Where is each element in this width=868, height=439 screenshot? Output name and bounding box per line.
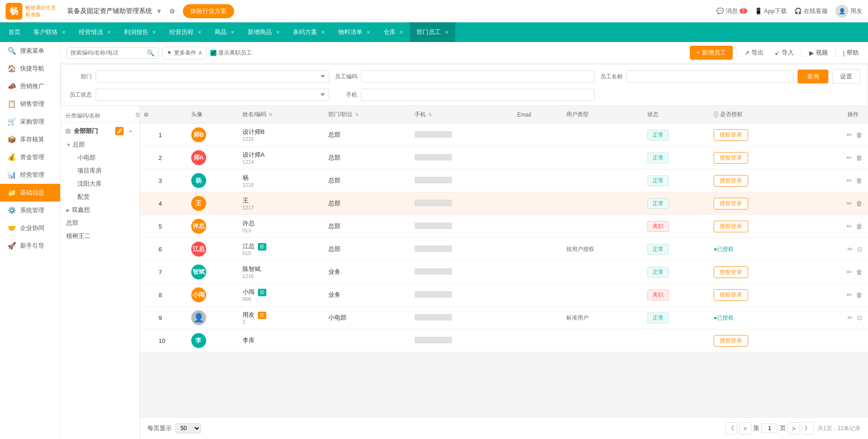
more-filters-button[interactable]: ▼ 更多条件 ∧ — [162, 47, 207, 59]
dept-node-shenyang[interactable]: 沈阳大库 — [68, 177, 139, 190]
tab-home[interactable]: 首页 — [2, 22, 27, 42]
tab-newgoods[interactable]: 新增商品 ✕ — [241, 22, 286, 42]
tab-warehouse[interactable]: 仓库 ✕ — [377, 22, 410, 42]
first-page-button[interactable]: 《 — [725, 422, 737, 434]
tab-material[interactable]: 物料清单 ✕ — [332, 22, 377, 42]
sidebar-item-system[interactable]: ⚙️ 系统管理 — [0, 202, 60, 219]
try-industry-button[interactable]: 体验行业方案 — [183, 4, 234, 18]
auth-btn-2[interactable]: 授权登录 — [714, 152, 748, 164]
tab-economy[interactable]: 经营情况 ✕ — [72, 22, 118, 42]
sidebar-item-sales[interactable]: 📋 销售管理 — [0, 95, 60, 113]
edit-btn-4[interactable]: ✏ — [845, 199, 854, 208]
close-profit-icon[interactable]: ✕ — [152, 29, 156, 35]
edit-btn-6[interactable]: ✏ — [846, 244, 855, 254]
auth-btn-8[interactable]: 授权登录 — [714, 289, 748, 301]
auth-btn-7[interactable]: 授权登录 — [714, 266, 748, 278]
edit-btn-5[interactable]: ✏ — [845, 222, 854, 231]
tab-process[interactable]: 经营历程 ✕ — [163, 22, 208, 42]
query-button[interactable]: 查询 — [798, 70, 828, 84]
th-name[interactable]: 姓名/编码 ⇅ — [239, 106, 325, 124]
last-page-button[interactable]: 》 — [802, 422, 814, 434]
search-input[interactable] — [70, 49, 145, 56]
edit-btn-3[interactable]: ✏ — [845, 176, 854, 185]
edit-btn-8[interactable]: ✏ — [845, 290, 854, 300]
delete-btn-1[interactable]: 🗑 — [854, 130, 864, 139]
dept-node-zonghq[interactable]: ▼ 总部 — [61, 138, 139, 151]
title-dropdown-icon[interactable]: ▼ — [156, 7, 162, 15]
delete-btn-2[interactable]: 🗑 — [854, 153, 864, 162]
messages-button[interactable]: 💬 消息 6 — [716, 7, 747, 15]
dept-chevron-button[interactable]: « — [126, 127, 135, 135]
delete-btn-3[interactable]: 🗑 — [854, 176, 864, 185]
sidebar-item-purchase[interactable]: 🛒 采购管理 — [0, 113, 60, 131]
sidebar-item-operation[interactable]: 📊 经营管理 — [0, 166, 60, 184]
show-resigned-checkbox[interactable] — [210, 50, 216, 56]
edit-btn-7[interactable]: ✏ — [845, 267, 854, 277]
dept-node-shuangxin[interactable]: ▶ 双鑫想 — [61, 203, 139, 216]
set-button[interactable]: 设置 — [832, 69, 860, 84]
delete-btn-4[interactable]: 🗑 — [854, 199, 864, 208]
dept-search-input[interactable] — [65, 112, 135, 119]
dept-all-label[interactable]: 全部部门 — [74, 127, 98, 135]
sidebar-item-finance[interactable]: 💰 资金管理 — [0, 148, 60, 166]
auth-btn-10[interactable]: 授权登录 — [714, 335, 748, 347]
th-settings[interactable]: ⚙ — [140, 106, 155, 124]
dept-select[interactable] — [96, 70, 329, 83]
dept-node-peihuo[interactable]: 配货 — [68, 190, 139, 203]
page-input[interactable] — [761, 424, 778, 433]
tab-customer[interactable]: 客户联络 ✕ — [27, 22, 72, 42]
edit-btn-2[interactable]: ✏ — [845, 153, 854, 162]
next-page-button[interactable]: > — [788, 422, 800, 434]
video-button[interactable]: ▶ 视频 — [806, 47, 832, 59]
export-button[interactable]: ↗ 导出 — [741, 47, 767, 59]
close-goods-icon[interactable]: ✕ — [230, 29, 235, 35]
edit-btn-9[interactable]: ✏ — [846, 313, 855, 322]
phone-input[interactable] — [361, 89, 595, 101]
dept-node-tucao[interactable]: 植树王二 — [61, 230, 139, 243]
close-material-icon[interactable]: ✕ — [366, 29, 370, 35]
sidebar-item-stock[interactable]: 📦 库存核算 — [0, 131, 60, 148]
sidebar-item-collab[interactable]: 🤝 企业协同 — [0, 219, 60, 237]
th-phone[interactable]: 手机 ⇅ — [411, 106, 514, 124]
per-page-select[interactable]: 50 20 100 — [175, 423, 201, 433]
show-resigned-toggle[interactable]: 显示离职员工 — [210, 49, 252, 57]
delete-btn-7[interactable]: 🗑 — [854, 267, 864, 277]
dept-node-zongbu[interactable]: 总部 — [61, 216, 139, 230]
sidebar-item-marketing[interactable]: 📣 营销推广 — [0, 77, 60, 95]
empcode-input[interactable] — [361, 70, 595, 83]
gear-button[interactable]: ⚙ — [166, 5, 179, 18]
copy-btn-9[interactable]: ⊙ — [855, 313, 864, 322]
app-download-button[interactable]: 📱 App下载 — [755, 7, 787, 15]
sidebar-item-quicknav[interactable]: 🏠 快捷导航 — [0, 60, 60, 77]
dept-node-xiangmu[interactable]: 项目库房 — [68, 164, 139, 177]
close-newgoods-icon[interactable]: ✕ — [276, 29, 280, 35]
close-warehouse-icon[interactable]: ✕ — [399, 29, 403, 35]
online-service-button[interactable]: 🎧 在线客服 — [794, 7, 828, 15]
sidebar-item-basic[interactable]: 📁 基础信息 — [0, 184, 60, 202]
auth-btn-3[interactable]: 授权登录 — [714, 175, 748, 187]
tab-profit[interactable]: 利润报告 ✕ — [118, 22, 163, 42]
th-dept[interactable]: 部门/职位 ⇅ — [325, 106, 411, 124]
close-process-icon[interactable]: ✕ — [197, 29, 201, 35]
auth-btn-1[interactable]: 授权登录 — [714, 129, 748, 141]
close-economy-icon[interactable]: ✕ — [107, 29, 111, 35]
prev-page-button[interactable]: < — [739, 422, 751, 434]
auth-btn-4[interactable]: 授权登录 — [714, 198, 748, 209]
import-button[interactable]: ↙ 导入 — [771, 47, 798, 59]
delete-btn-5[interactable]: 🗑 — [854, 222, 864, 231]
close-dept-icon[interactable]: ✕ — [444, 29, 449, 35]
add-employee-button[interactable]: + 新增员工 — [690, 46, 732, 60]
edit-btn-1[interactable]: ✏ — [845, 130, 854, 139]
dept-collapse-button[interactable]: 🖊 — [115, 127, 124, 135]
user-menu[interactable]: 👤 用友 — [835, 5, 862, 18]
sidebar-item-guide[interactable]: 🚀 新手引导 — [0, 237, 60, 255]
help-button[interactable]: | 帮助 — [840, 47, 862, 59]
dept-node-xiaodian[interactable]: 小电部 — [68, 151, 139, 164]
delete-btn-8[interactable]: 🗑 — [854, 290, 864, 300]
sidebar-item-search[interactable]: 🔍 搜索菜单 — [0, 42, 60, 60]
empname-input[interactable] — [626, 70, 794, 83]
tab-goods[interactable]: 商品 ✕ — [208, 22, 241, 42]
auth-btn-5[interactable]: 授权登录 — [714, 221, 748, 232]
tab-dept[interactable]: 部门员工 ✕ — [410, 22, 455, 42]
tab-barcode[interactable]: 条码方案 ✕ — [286, 22, 332, 42]
